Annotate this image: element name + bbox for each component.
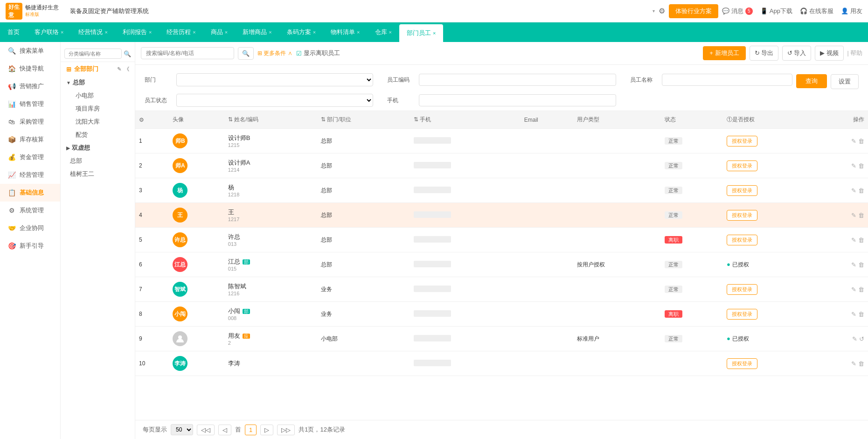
dept-search-input[interactable] (64, 49, 122, 59)
col-phone[interactable]: ⇅ 手机 (410, 111, 521, 129)
show-resigned-checkbox[interactable]: ☑ 显示离职员工 (296, 49, 340, 57)
auth-button[interactable]: 授权登录 (727, 185, 757, 196)
filter-empname-input[interactable] (662, 74, 792, 86)
tab-new-goods-close[interactable]: × (269, 29, 271, 35)
sidebar-item-finance[interactable]: 💰 资金管理 (0, 148, 60, 166)
edit-icon[interactable]: ✎ (851, 360, 856, 367)
dept-search-icon[interactable]: 🔍 (124, 50, 131, 57)
col-settings[interactable]: ⚙ (135, 111, 169, 129)
edit-icon[interactable]: ✎ (851, 138, 856, 145)
tab-history-close[interactable]: × (193, 29, 195, 35)
delete-icon[interactable]: 🗑 (858, 286, 864, 293)
tab-goods[interactable]: 商品× (203, 22, 235, 42)
next-page-button[interactable]: ▷ (260, 425, 273, 435)
delete-icon[interactable]: 🗑 (858, 212, 864, 219)
search-input[interactable] (141, 47, 234, 59)
tab-operation[interactable]: 经营情况× (71, 22, 115, 42)
gear-icon[interactable]: ⚙ (659, 7, 665, 15)
tab-barcode-close[interactable]: × (313, 29, 316, 35)
edit-icon[interactable]: ✎ (851, 187, 856, 194)
sidebar-item-inventory[interactable]: 📦 库存核算 (0, 131, 60, 148)
export-button[interactable]: ↻ 导出 (750, 46, 778, 61)
app-download-button[interactable]: 📱 App下载 (760, 7, 792, 15)
dept-shenyangdaku[interactable]: 沈阳大库 (66, 115, 135, 128)
dept-shuangxuxiang-expand[interactable]: ▶ 双虚想 (61, 141, 135, 154)
dept-xiaodibu[interactable]: 小电部 (66, 89, 135, 102)
first-page-button[interactable]: ◁◁ (197, 425, 215, 435)
tab-warehouse[interactable]: 仓库× (368, 22, 399, 42)
col-name-code[interactable]: ⇅ 姓名/编码 (224, 111, 317, 129)
dept-xiangmukufang[interactable]: 项目库房 (66, 102, 135, 115)
edit-icon[interactable]: ✎ (851, 311, 856, 318)
sidebar-item-sales[interactable]: 📊 销售管理 (0, 95, 60, 113)
filter-dept-select[interactable] (176, 73, 373, 86)
delete-icon[interactable]: 🗑 (858, 162, 864, 169)
auth-button[interactable]: 授权登录 (727, 136, 757, 146)
tab-barcode[interactable]: 条码方案× (279, 22, 323, 42)
page-size-select[interactable]: 50 (171, 424, 193, 435)
edit-icon[interactable]: ✎ (851, 162, 856, 169)
tab-customer-close[interactable]: × (61, 29, 63, 35)
edit-icon[interactable]: ✎ (851, 212, 856, 219)
auth-button[interactable]: 授权登录 (727, 284, 757, 295)
sidebar-item-basic[interactable]: 📋 基础信息 (0, 184, 60, 202)
query-button[interactable]: 查询 (796, 74, 827, 88)
delete-icon[interactable]: 🗑 (858, 187, 864, 194)
edit-icon[interactable]: ✎ (852, 335, 857, 342)
tab-warehouse-close[interactable]: × (389, 29, 392, 35)
dept-peihuo[interactable]: 配货 (66, 128, 135, 141)
tab-dept-staff-close[interactable]: × (433, 30, 436, 36)
tab-new-goods[interactable]: 新增商品× (235, 22, 279, 42)
tab-dept-staff[interactable]: 部门员工× (399, 24, 443, 42)
dept-zhishuwang[interactable]: 植树王二 (61, 167, 135, 181)
help-button[interactable]: | 帮助 (847, 49, 862, 57)
dept-zongbu-expand[interactable]: ▼ 总部 (61, 76, 135, 89)
tab-home[interactable]: 首页 (0, 22, 27, 42)
sidebar-item-collab[interactable]: 🤝 企业协同 (0, 219, 60, 237)
tab-history[interactable]: 经营历程× (159, 22, 203, 42)
more-filter-button[interactable]: ⊞ 更多条件 ∧ (257, 49, 292, 57)
filter-phone-input[interactable] (419, 94, 616, 106)
delete-icon[interactable]: 🗑 (858, 237, 864, 244)
filter-empcode-input[interactable] (419, 74, 616, 86)
set-button[interactable]: 设置 (831, 74, 859, 89)
view-button[interactable]: ▶ 视频 (815, 46, 843, 61)
auth-button[interactable]: 授权登录 (727, 160, 757, 171)
delete-icon[interactable]: 🗑 (858, 311, 864, 318)
tab-operation-close[interactable]: × (104, 29, 107, 35)
sidebar-item-nav[interactable]: 🏠 快捷导航 (0, 60, 60, 77)
sidebar-item-guide[interactable]: 🎯 新手引导 (0, 237, 60, 255)
tab-profit-close[interactable]: × (149, 29, 152, 35)
auth-button[interactable]: 授权登录 (727, 309, 757, 320)
trial-button[interactable]: 体验行业方案 (669, 4, 718, 18)
filter-empstatus-select[interactable] (176, 94, 373, 107)
delete-icon[interactable]: 🗑 (858, 261, 864, 268)
dept-all-item[interactable]: ⊞ 全部部门 ✎ 《 (61, 62, 135, 76)
dept-collapse-icon[interactable]: 《 (124, 66, 129, 73)
sidebar-item-marketing[interactable]: 📢 营销推广 (0, 77, 60, 95)
system-title-arrow[interactable]: ▾ (653, 8, 655, 14)
add-employee-button[interactable]: + 新增员工 (703, 46, 745, 60)
tab-goods-close[interactable]: × (225, 29, 228, 35)
current-page[interactable]: 1 (245, 425, 257, 435)
sidebar-item-purchase[interactable]: 🛍 采购管理 (0, 113, 60, 131)
prev-page-button[interactable]: ◁ (218, 425, 231, 435)
sidebar-item-search[interactable]: 🔍 搜索菜单 (0, 42, 60, 60)
tab-profit[interactable]: 利润报告× (115, 22, 159, 42)
tab-bom-close[interactable]: × (357, 29, 360, 35)
delete-icon[interactable]: 🗑 (858, 360, 864, 367)
col-dept-pos[interactable]: ⇅ 部门/职位 (317, 111, 410, 129)
auth-button[interactable]: 授权登录 (727, 358, 757, 369)
tab-bom[interactable]: 物料清单× (323, 22, 367, 42)
edit-icon[interactable]: ✎ (851, 237, 856, 244)
service-button[interactable]: 🎧 在线客服 (800, 7, 833, 15)
message-button[interactable]: 💬 消息 5 (722, 7, 753, 15)
dept-zongbu2[interactable]: 总部 (61, 154, 135, 167)
delete-icon[interactable]: ↺ (859, 335, 864, 342)
delete-icon[interactable]: 🗑 (858, 138, 864, 145)
edit-icon[interactable]: ✎ (851, 286, 856, 293)
sidebar-item-system[interactable]: ⚙ 系统管理 (0, 202, 60, 219)
last-page-button[interactable]: ▷▷ (277, 425, 295, 435)
dept-edit-icon[interactable]: ✎ (117, 66, 121, 72)
tab-customer[interactable]: 客户联络× (27, 22, 71, 42)
